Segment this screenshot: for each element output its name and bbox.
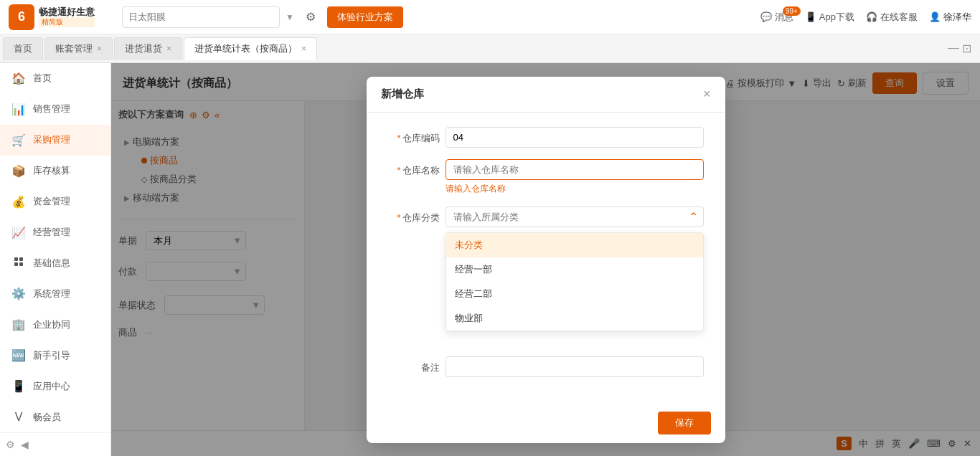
save-button[interactable]: 保存 [658, 412, 711, 434]
top-bar: 6 畅捷通好生意 精简版 ▼ ⚙ 体验行业方案 💬 消息 99+ 📱 App下载… [0, 0, 980, 34]
message-icon: 💬 [760, 11, 772, 22]
sidebar-item-operations-label: 经营管理 [33, 226, 70, 239]
sidebar: 🏠 首页 📊 销售管理 🛒 采购管理 📦 库存核算 💰 资金管理 📈 经营管理 [0, 63, 111, 456]
notes-label: 备注 [388, 356, 446, 374]
logo-text: 畅捷通好生意 精简版 [39, 6, 95, 28]
dropdown-item-ops2[interactable]: 经营二部 [446, 282, 703, 306]
sidebar-item-purchase-label: 采购管理 [33, 133, 70, 146]
app-logo-icon: 6 [9, 4, 34, 30]
app-title: 畅捷通好生意 [39, 6, 95, 18]
sidebar-item-inventory-label: 库存核算 [33, 164, 70, 177]
sidebar-item-operations[interactable]: 📈 经营管理 [0, 217, 110, 248]
operations-icon: 📈 [11, 226, 26, 239]
sidebar-item-system[interactable]: ⚙️ 系统管理 [0, 278, 110, 309]
tab-purchase-stats-label: 进货单统计表（按商品） [194, 42, 297, 55]
content-area: 进货单统计（按商品） 🖨 按模板打印 ▼ ⬇ 导出 ↻ 刷新 查询 设置 [111, 63, 980, 456]
form-row-name: *仓库名称 请输入仓库名称 [388, 159, 704, 195]
tab-purchase-return-label: 进货退货 [125, 42, 162, 55]
dialog-title: 新增仓库 [381, 87, 424, 101]
tab-purchase-stats[interactable]: 进货单统计表（按商品） × [184, 37, 317, 60]
gear-icon[interactable]: ⚙ [300, 6, 321, 28]
category-dropdown-list: 未分类 经营一部 经营二部 物业部 [446, 232, 704, 331]
form-row-category: *仓库分类 ⌃ 未分类 经营一部 经营二部 物业部 [388, 206, 704, 227]
sidebar-toggle-btn[interactable]: ◀ [21, 439, 29, 450]
dropdown-item-property[interactable]: 物业部 [446, 306, 703, 331]
overlay[interactable]: 新增仓库 × *仓库编码 *仓库名称 [111, 63, 980, 456]
sidebar-item-basic-info[interactable]: 基础信息 [0, 248, 110, 279]
sidebar-item-enterprise[interactable]: 🏢 企业协同 [0, 309, 110, 340]
vip-icon: V [11, 411, 26, 424]
sidebar-item-vip-label: 畅会员 [33, 411, 61, 424]
svg-rect-0 [14, 257, 18, 261]
new-warehouse-dialog: 新增仓库 × *仓库编码 *仓库名称 [367, 77, 725, 443]
sales-icon: 📊 [11, 103, 26, 116]
sidebar-item-home[interactable]: 🏠 首页 [0, 63, 110, 94]
svg-rect-1 [19, 257, 23, 261]
tab-home[interactable]: 首页 [3, 37, 43, 60]
code-label: *仓库编码 [388, 127, 446, 145]
tab-purchase-return-close[interactable]: × [166, 44, 171, 54]
dropdown-item-uncategorized[interactable]: 未分类 [446, 233, 703, 257]
tab-expand-icon[interactable]: ⊡ [962, 42, 971, 55]
tab-bar: 首页 账套管理 × 进货退货 × 进货单统计表（按商品） × — ⊡ [0, 34, 980, 63]
name-input[interactable] [446, 159, 704, 180]
basic-info-icon [11, 256, 26, 270]
sidebar-item-sales-label: 销售管理 [33, 103, 70, 115]
system-icon: ⚙️ [11, 287, 26, 300]
sidebar-item-vip[interactable]: V 畅会员 [0, 402, 110, 432]
dropdown-arrow-icon[interactable]: ⌃ [689, 210, 698, 224]
form-row-code: *仓库编码 [388, 127, 704, 148]
app-download-item[interactable]: 📱 App下载 [805, 11, 854, 24]
svg-rect-2 [14, 262, 18, 266]
sidebar-item-purchase[interactable]: 🛒 采购管理 [0, 125, 110, 156]
sidebar-collapse-btn[interactable]: ⚙ [6, 439, 15, 450]
search-arrow-icon[interactable]: ▼ [286, 12, 294, 22]
name-label: *仓库名称 [388, 159, 446, 177]
message-badge: 99+ [783, 6, 801, 16]
sidebar-item-guide[interactable]: 🆕 新手引导 [0, 340, 110, 371]
sidebar-item-inventory[interactable]: 📦 库存核算 [0, 156, 110, 186]
name-error-msg: 请输入仓库名称 [446, 184, 506, 194]
notes-input[interactable] [446, 356, 704, 377]
category-label: *仓库分类 [388, 206, 446, 224]
tab-purchase-return[interactable]: 进货退货 × [114, 37, 182, 60]
user-item[interactable]: 👤 徐泽华 [929, 11, 971, 24]
tab-account-close[interactable]: × [97, 44, 102, 54]
phone-icon: 📱 [805, 11, 816, 22]
category-dropdown: ⌃ 未分类 经营一部 经营二部 物业部 [446, 206, 704, 227]
tab-account[interactable]: 账套管理 × [44, 37, 113, 60]
online-service-item[interactable]: 🎧 在线客服 [866, 11, 918, 24]
sidebar-item-basic-info-label: 基础信息 [33, 257, 70, 270]
sidebar-bottom: ⚙ ◀ [0, 432, 110, 456]
inventory-icon: 📦 [11, 164, 26, 178]
tab-controls: — ⊡ [948, 42, 977, 55]
trial-button[interactable]: 体验行业方案 [327, 6, 403, 28]
sidebar-item-finance[interactable]: 💰 资金管理 [0, 186, 110, 217]
online-service-label: 在线客服 [880, 11, 918, 24]
sidebar-item-apps[interactable]: 📱 应用中心 [0, 371, 110, 402]
apps-icon: 📱 [11, 379, 26, 393]
home-icon: 🏠 [11, 72, 26, 85]
category-input[interactable] [446, 206, 704, 227]
message-item[interactable]: 💬 消息 99+ [760, 11, 793, 24]
tab-minimize-icon[interactable]: — [948, 42, 959, 55]
svg-rect-3 [19, 262, 23, 266]
dialog-body: *仓库编码 *仓库名称 请输入仓库名称 [367, 113, 725, 403]
dialog-close-icon[interactable]: × [703, 87, 711, 102]
top-search-input[interactable] [122, 6, 280, 28]
guide-icon: 🆕 [11, 348, 26, 362]
main-layout: 🏠 首页 📊 销售管理 🛒 采购管理 📦 库存核算 💰 资金管理 📈 经营管理 [0, 63, 980, 456]
code-input[interactable] [446, 127, 704, 148]
username-label: 徐泽华 [943, 11, 971, 24]
app-sub: 精简版 [39, 17, 95, 27]
sidebar-item-home-label: 首页 [33, 72, 52, 85]
sidebar-item-guide-label: 新手引导 [33, 349, 70, 362]
logo-area: 6 畅捷通好生意 精简版 [9, 4, 116, 30]
purchase-icon: 🛒 [11, 133, 26, 147]
app-download-label: App下载 [819, 11, 854, 24]
headset-icon: 🎧 [866, 11, 877, 22]
dropdown-item-ops1[interactable]: 经营一部 [446, 257, 703, 282]
tab-purchase-stats-close[interactable]: × [301, 44, 306, 54]
sidebar-item-enterprise-label: 企业协同 [33, 318, 70, 331]
sidebar-item-sales[interactable]: 📊 销售管理 [0, 94, 110, 125]
